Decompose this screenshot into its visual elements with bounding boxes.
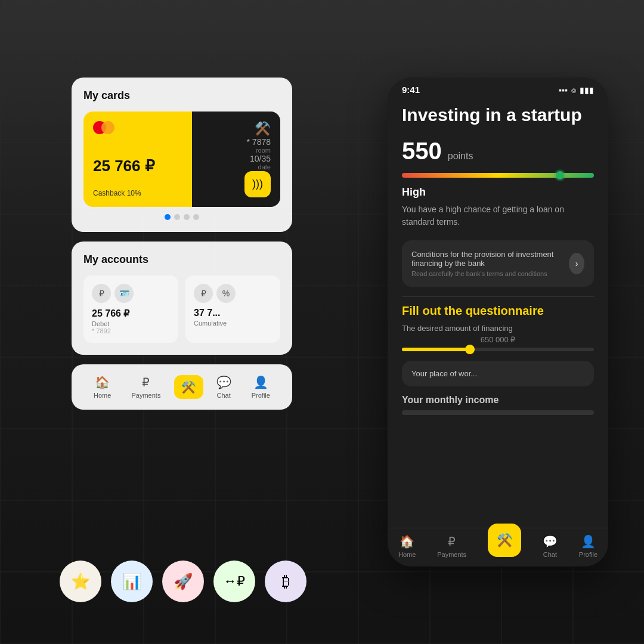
phone-home-icon: 🏠 bbox=[400, 534, 414, 549]
accounts-row: ₽ 🪪 25 766 ₽ Debet * 7892 ₽ % 37 7... Cu… bbox=[83, 275, 280, 343]
chart-circle[interactable]: 📊 bbox=[111, 561, 153, 602]
nav-chat[interactable]: 💬 Chat bbox=[209, 370, 239, 404]
debet-amount: 25 766 ₽ bbox=[92, 308, 170, 319]
status-time: 9:41 bbox=[402, 85, 420, 95]
nav-payments-label: Payments bbox=[132, 392, 161, 399]
my-accounts-section: My accounts ₽ 🪪 25 766 ₽ Debet * 7892 ₽ … bbox=[72, 242, 292, 355]
bitcoin-icon: ₿ bbox=[282, 572, 290, 591]
phone-nav-profile[interactable]: 👤 Profile bbox=[579, 534, 597, 558]
dot-1[interactable] bbox=[165, 214, 171, 220]
financing-value: 650 000 ₽ bbox=[402, 335, 594, 344]
bank-card[interactable]: 25 766 ₽ Cashback 10% ⚒️ * 7878 room 10/… bbox=[83, 112, 280, 207]
card-date-label: date bbox=[250, 163, 271, 171]
nav-profile[interactable]: 👤 Profile bbox=[244, 370, 277, 404]
center-icon: ⚒️ bbox=[181, 380, 196, 394]
debet-number: * 7892 bbox=[92, 327, 170, 335]
income-slider[interactable] bbox=[402, 410, 594, 415]
exchange-icon: ↔₽ bbox=[224, 574, 245, 589]
work-section: Your place of wor... bbox=[402, 361, 594, 386]
star-circle[interactable]: ⭐ bbox=[60, 561, 101, 602]
investing-title: Investing in a startup bbox=[402, 104, 594, 126]
slider-fill bbox=[402, 348, 469, 351]
right-phone: 9:41 ▪▪▪ ⌾ ▮▮▮ Investing in a startup 55… bbox=[388, 78, 608, 566]
cumulative-account[interactable]: ₽ % 37 7... Cumulative bbox=[185, 275, 280, 343]
rating-label: High bbox=[402, 186, 594, 199]
chat-icon: 💬 bbox=[216, 375, 231, 389]
phone-payments-icon: ₽ bbox=[448, 534, 456, 549]
my-accounts-title: My accounts bbox=[83, 253, 280, 266]
chevron-right-button[interactable]: › bbox=[569, 253, 584, 274]
monthly-income-label: Your monthly income bbox=[402, 395, 594, 405]
nav-profile-label: Profile bbox=[252, 392, 270, 399]
points-label: points bbox=[448, 151, 473, 162]
left-ui: My cards 25 766 ₽ Cashback 10% ⚒️ * 7878… bbox=[72, 78, 292, 410]
wifi-icon: ⌾ bbox=[571, 85, 576, 95]
card-room-number: * 7878 bbox=[247, 137, 271, 147]
phone-profile-label: Profile bbox=[579, 551, 597, 558]
phone-nav-payments[interactable]: ₽ Payments bbox=[437, 534, 466, 558]
cumulative-label: Cumulative bbox=[194, 320, 272, 327]
card-amount: 25 766 ₽ bbox=[93, 157, 182, 175]
mastercard-icon bbox=[93, 121, 114, 143]
status-icons: ▪▪▪ ⌾ ▮▮▮ bbox=[559, 85, 594, 95]
debet-account[interactable]: ₽ 🪪 25 766 ₽ Debet * 7892 bbox=[83, 275, 178, 343]
signal-icon: ▪▪▪ bbox=[559, 85, 568, 95]
points-row: 550 points bbox=[402, 138, 594, 165]
my-cards-section: My cards 25 766 ₽ Cashback 10% ⚒️ * 7878… bbox=[72, 78, 292, 232]
financing-slider[interactable] bbox=[402, 348, 594, 351]
phone-center-icon: ⚒️ bbox=[497, 532, 513, 548]
dot-3[interactable] bbox=[184, 214, 190, 220]
dot-4[interactable] bbox=[193, 214, 199, 220]
phone-payments-label: Payments bbox=[437, 551, 466, 558]
phone-nav-center-active[interactable]: ⚒️ bbox=[488, 524, 521, 557]
rocket-circle[interactable]: 🚀 bbox=[162, 561, 204, 602]
risk-progress-bar bbox=[402, 173, 594, 178]
phone-chat-icon: 💬 bbox=[543, 534, 558, 549]
conditions-card[interactable]: Conditions for the provision of investme… bbox=[402, 240, 594, 287]
phone-content: Investing in a startup 550 points High Y… bbox=[388, 95, 608, 554]
chart-icon: 📊 bbox=[122, 572, 141, 591]
financing-label: The desired amount of financing bbox=[402, 324, 594, 333]
dot-2[interactable] bbox=[174, 214, 180, 220]
phone-nav-home[interactable]: 🏠 Home bbox=[398, 534, 416, 558]
bank-card-right: ⚒️ * 7878 room 10/35 date )))‌ bbox=[192, 112, 281, 207]
tools-icon: ⚒️ bbox=[255, 121, 271, 137]
work-label: Your place of wor... bbox=[411, 369, 584, 378]
exchange-circle[interactable]: ↔₽ bbox=[213, 561, 255, 602]
points-number: 550 bbox=[402, 138, 442, 165]
card-date-number: 10/35 bbox=[250, 154, 271, 163]
nav-chat-label: Chat bbox=[217, 392, 231, 399]
payments-icon: ₽ bbox=[142, 375, 150, 389]
star-icon: ⭐ bbox=[71, 572, 90, 591]
nav-home[interactable]: 🏠 Home bbox=[86, 370, 118, 404]
bank-card-left: 25 766 ₽ Cashback 10% bbox=[83, 112, 192, 207]
card-room-label: room bbox=[247, 147, 271, 154]
phone-bottom-nav: 🏠 Home ₽ Payments ⚒️ 💬 Chat 👤 Profile bbox=[388, 528, 608, 566]
nav-center-active[interactable]: ⚒️ bbox=[174, 375, 203, 399]
conditions-title: Conditions for the provision of investme… bbox=[411, 250, 569, 268]
rating-description: You have a high chance of getting a loan… bbox=[402, 203, 594, 228]
bitcoin-circle[interactable]: ₿ bbox=[265, 561, 306, 602]
phone-nav-chat[interactable]: 💬 Chat bbox=[543, 534, 558, 558]
progress-dot bbox=[556, 171, 564, 179]
slider-thumb[interactable] bbox=[465, 345, 475, 354]
questionnaire-title: Fill out the questionnaire bbox=[402, 304, 594, 318]
status-bar: 9:41 ▪▪▪ ⌾ ▮▮▮ bbox=[388, 78, 608, 95]
card-cashback: Cashback 10% bbox=[93, 189, 182, 197]
contactless-button[interactable]: )))‌ bbox=[244, 171, 271, 197]
card-meta: * 7878 room bbox=[247, 137, 271, 154]
cumulative-icons: ₽ % bbox=[194, 284, 272, 303]
card-carousel-dots bbox=[83, 214, 280, 220]
percent-icon: % bbox=[216, 284, 236, 303]
phone-chat-label: Chat bbox=[543, 551, 557, 558]
conditions-row: Conditions for the provision of investme… bbox=[411, 250, 584, 277]
debet-label: Debet bbox=[92, 320, 170, 327]
profile-icon: 👤 bbox=[253, 375, 268, 389]
home-icon: 🏠 bbox=[95, 375, 110, 389]
phone-profile-icon: 👤 bbox=[581, 534, 596, 549]
contactless-icon: )))‌ bbox=[252, 178, 263, 190]
conditions-subtitle: Read carefully the bank's terms and cond… bbox=[411, 270, 569, 277]
circles-row: ⭐ 📊 🚀 ↔₽ ₿ bbox=[60, 561, 306, 602]
nav-payments[interactable]: ₽ Payments bbox=[125, 370, 168, 404]
bottom-nav-left: 🏠 Home ₽ Payments ⚒️ 💬 Chat 👤 Profile bbox=[72, 364, 292, 410]
